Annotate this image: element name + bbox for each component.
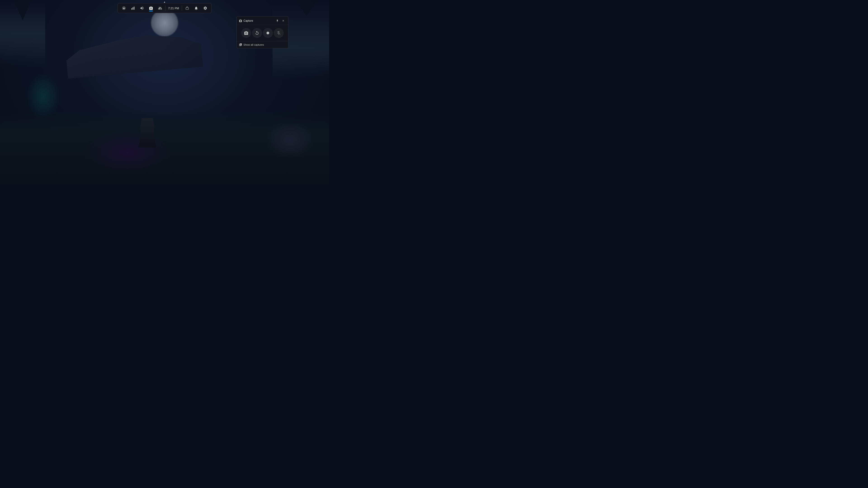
capture-pin-button[interactable] [275,18,280,23]
mic-off-icon [276,31,281,35]
svg-text:⊕: ⊕ [123,7,125,9]
svg-rect-4 [134,6,134,10]
svg-rect-3 [132,7,133,10]
bg-plants [82,130,173,175]
audio-icon [140,6,144,10]
bg-moon [151,9,178,36]
capture-panel: Capture ✕ [237,16,288,48]
toolbar-btn-broadcast[interactable] [183,4,191,12]
toolbar-btn-audio[interactable] [138,4,146,12]
capture-header-buttons: ✕ [275,18,286,23]
broadcast-icon [185,6,189,10]
close-icon: ✕ [282,19,284,22]
mic-toggle-button[interactable] [274,28,284,38]
capture-action-buttons [237,25,288,41]
last-30-icon [255,31,259,35]
captures-folder-icon [239,43,242,46]
last-30-button[interactable] [252,28,262,38]
gamebar-collapse-arrow[interactable]: ▲ [162,0,167,3]
bg-glow-teal [26,74,60,119]
bg-ship [64,22,203,79]
capture-panel-icon [239,19,242,22]
settings-icon [203,6,207,10]
screenshot-icon [244,31,248,35]
toolbar-btn-notification[interactable] [192,4,200,12]
toolbar-divider-2 [182,5,182,11]
toolbar-btn-xbox[interactable]: ⊕ [120,4,128,12]
toolbar-divider [165,5,165,11]
xbox-icon: ⊕ [122,6,126,10]
capture-title-row: Capture [239,19,253,22]
bg-character [138,118,156,148]
toolbar-btn-settings[interactable] [201,4,210,12]
svg-rect-2 [131,8,132,10]
toolbar-btn-capture[interactable] [147,4,155,12]
bg-rocks [268,123,313,157]
toolbar-btn-stats[interactable] [129,4,137,12]
social-icon [158,6,162,10]
notification-icon [194,6,198,10]
record-button[interactable] [263,28,273,38]
stats-icon [131,6,135,10]
show-all-captures-label: Show all captures [243,43,264,46]
gamebar-toolbar: ⊕ [118,3,212,13]
toolbar-time: 7:21 PM [166,6,181,10]
show-all-captures-button[interactable]: Show all captures [237,41,288,48]
toolbar-btn-social[interactable] [156,4,164,12]
capture-panel-title: Capture [243,19,253,22]
capture-icon [149,6,153,10]
pin-icon [276,20,279,22]
capture-close-button[interactable]: ✕ [281,18,286,23]
record-dot [267,32,269,34]
gamebar-container: ▲ ⊕ [0,0,329,13]
screenshot-button[interactable] [241,28,251,38]
capture-active-indicator [149,11,153,11]
capture-panel-header: Capture ✕ [237,17,288,25]
